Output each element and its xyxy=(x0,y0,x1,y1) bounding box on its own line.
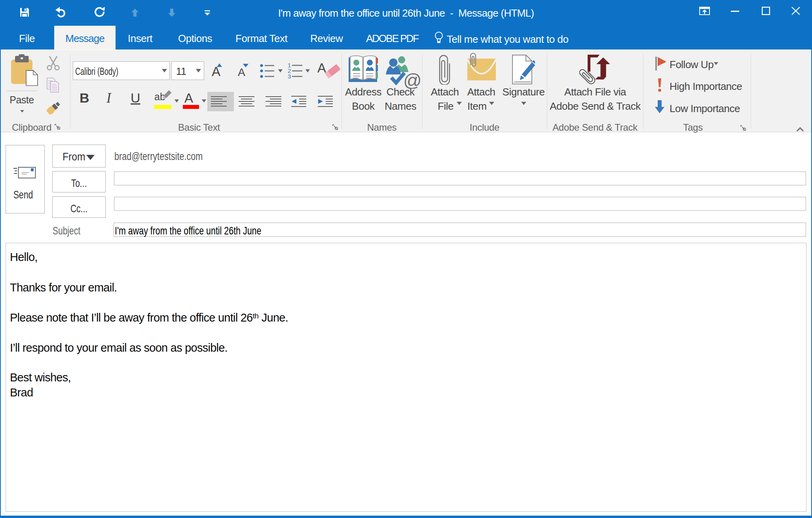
svg-text:3: 3 xyxy=(288,73,291,80)
